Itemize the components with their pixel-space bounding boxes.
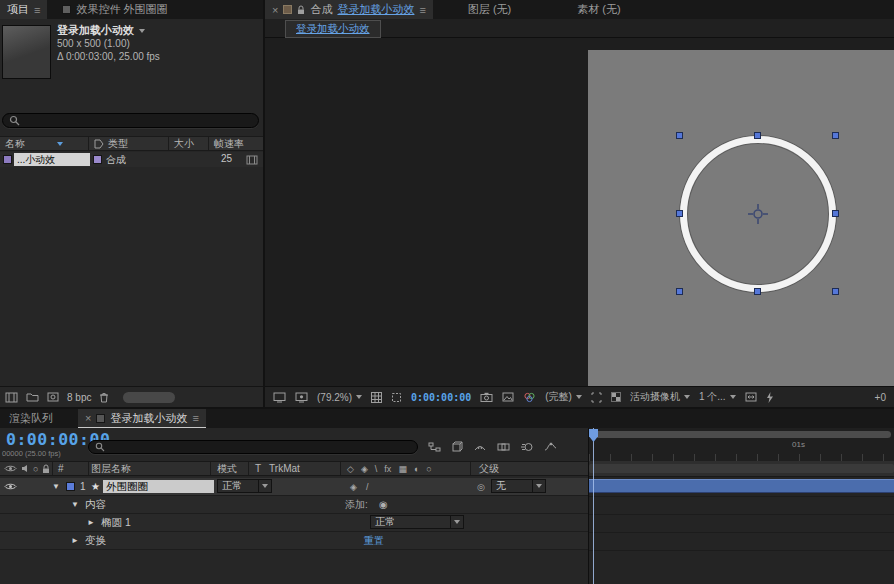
primary-viewer-icon[interactable] [295,392,308,403]
comp-thumbnail[interactable] [2,25,51,79]
selection-handle[interactable] [754,288,761,295]
panel-menu-icon[interactable]: ≡ [419,4,425,16]
tab-composition-name[interactable]: 登录加载小动效 [337,2,414,17]
column-size[interactable]: 大小 [168,137,208,150]
eye-icon[interactable] [4,482,17,491]
close-icon[interactable]: × [85,412,91,424]
composition-mini-flowchart-icon[interactable] [428,442,441,452]
motion-blur-icon[interactable] [521,442,533,452]
mask-visibility-icon[interactable] [391,392,402,403]
panel-menu-icon[interactable]: ≡ [34,4,40,16]
show-snapshot-icon[interactable] [502,392,514,402]
selection-handle[interactable] [754,132,761,139]
comp-info-name[interactable]: 登录加载小动效 [57,24,134,37]
work-area-bar[interactable] [589,464,894,473]
solo-icon[interactable]: ○ [33,464,38,474]
playhead-line[interactable] [593,428,594,584]
eye-icon[interactable] [4,464,17,473]
pickwhip-icon[interactable]: ◎ [477,478,485,495]
new-folder-icon[interactable] [26,392,39,402]
panel-menu-icon[interactable]: ≡ [192,412,198,424]
parent-dropdown[interactable]: 无 [491,479,546,493]
layer-row[interactable]: ▼ 1 ★ 外围圈圈 正常 ◈ / ◎ 无 [0,478,588,496]
tab-effect-controls[interactable]: 效果控件 外围圈圈 [55,0,174,19]
selection-handle[interactable] [676,210,683,217]
column-type[interactable]: 类型 [88,137,168,150]
ellipse-label[interactable]: 椭圆 1 [101,514,131,531]
contents-label[interactable]: 内容 [85,496,106,513]
transform-label[interactable]: 变换 [85,532,106,549]
selection-handle[interactable] [832,288,839,295]
frame-blend-icon[interactable] [497,442,510,452]
contents-row[interactable]: ▼ 内容 添加: ◉ [0,496,588,514]
tab-timeline-comp[interactable]: × 登录加载小动效 ≡ [78,409,206,428]
delete-icon[interactable] [99,392,109,403]
ellipse-row[interactable]: ► 椭圆 1 正常 [0,514,588,532]
selection-handle[interactable] [676,132,683,139]
blend-mode-dropdown[interactable]: 正常 [217,479,272,493]
shy-layers-icon[interactable] [474,443,486,451]
chevron-down-icon[interactable] [139,29,145,33]
draft-3d-icon[interactable] [452,441,463,452]
viewer-comp-tab[interactable]: 登录加载小动效 [285,20,381,38]
layer-duration-bar[interactable] [589,479,894,493]
selection-handle[interactable] [676,288,683,295]
project-item-name-edit[interactable]: ...小动效 [14,153,90,166]
anchor-point-icon[interactable] [747,203,769,225]
fast-previews-icon[interactable] [766,392,774,403]
time-ruler[interactable]: 01s [589,428,894,461]
tab-layer[interactable]: 图层 (无) [461,0,518,19]
pixel-aspect-icon[interactable] [745,392,757,402]
grid-guides-icon[interactable] [371,392,382,403]
region-of-interest-icon[interactable] [591,392,602,403]
tab-composition[interactable]: × 合成 登录加载小动效 ≡ [265,0,433,19]
timeline-track-area[interactable]: 01s [588,428,894,584]
selection-handle[interactable] [832,210,839,217]
tab-render-queue[interactable]: 渲染队列 [2,409,60,428]
transform-row[interactable]: ► 变换 重置 [0,532,588,550]
composition-viewer[interactable] [265,38,894,386]
tab-footage[interactable]: 素材 (无) [570,0,627,19]
column-mode[interactable]: 模式 [210,462,248,475]
zoom-dropdown[interactable]: (79.2%) [317,392,362,403]
graph-editor-icon[interactable] [544,442,557,452]
column-layer-name[interactable]: 图层名称 [88,462,210,475]
column-trkmat[interactable]: T TrkMat [248,462,340,475]
collapse-transformations-icon[interactable]: ◈ [350,478,357,495]
lock-icon[interactable] [42,464,50,474]
camera-view-dropdown[interactable]: 活动摄像机 [630,390,690,404]
audio-icon[interactable] [21,464,29,473]
expand-collapse-icon[interactable]: ▼ [71,496,79,513]
bpc-button[interactable]: 8 bpc [67,392,91,403]
column-parent[interactable]: 父级 [470,462,588,475]
show-channel-icon[interactable] [523,392,536,403]
close-icon[interactable]: × [272,4,278,16]
time-navigator[interactable] [595,431,891,438]
view-layout-dropdown[interactable]: 1 个... [699,390,736,404]
label-color-chip[interactable] [66,482,75,491]
comp-timecode[interactable]: 0:00:00:00 [411,392,471,403]
selection-handle[interactable] [832,132,839,139]
project-item-row[interactable]: ...小动效 合成 25 [0,152,263,167]
exposure-control[interactable]: +0 [875,392,886,403]
snapshot-icon[interactable] [480,392,493,402]
quality-icon[interactable]: / [366,478,369,495]
composition-canvas[interactable] [588,50,894,386]
expand-collapse-icon[interactable]: ▼ [52,478,60,495]
new-composition-icon[interactable] [47,392,59,402]
reset-link[interactable]: 重置 [364,532,384,549]
tab-project[interactable]: 项目 ≡ [0,0,47,19]
lock-icon[interactable] [297,5,305,15]
column-framerate[interactable]: 帧速率 [208,137,263,150]
scrollbar-thumb[interactable] [123,392,175,403]
timeline-search-input[interactable] [88,440,418,454]
layer-name-edit[interactable]: 外围圈圈 [103,480,214,493]
column-index[interactable]: # [52,462,88,475]
transparency-grid-icon[interactable] [611,392,621,402]
expand-icon[interactable]: ► [71,532,79,549]
ellipse-blend-mode-dropdown[interactable]: 正常 [370,515,464,529]
expand-icon[interactable]: ► [87,514,95,531]
project-search-input[interactable] [2,113,259,128]
column-name[interactable]: 名称 [0,137,88,150]
interpret-footage-icon[interactable] [5,392,18,403]
